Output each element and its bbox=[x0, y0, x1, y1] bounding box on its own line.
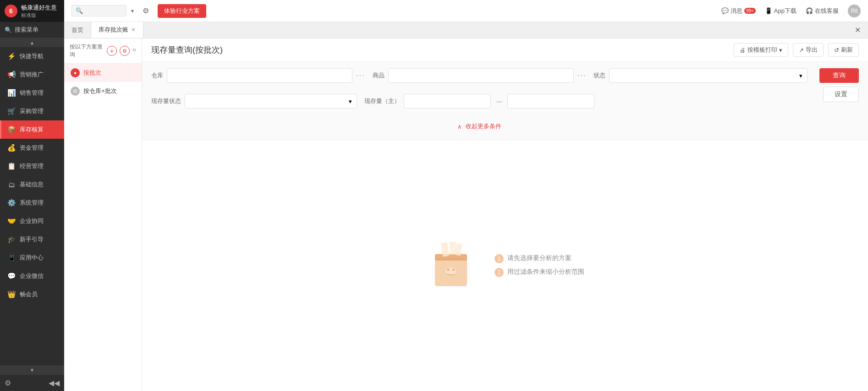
product-input[interactable] bbox=[388, 68, 574, 83]
sidebar-item-system[interactable]: ⚙️ 系统管理 bbox=[0, 194, 64, 212]
export-icon: ↗ bbox=[799, 47, 804, 54]
chevron-up-icon: ▲ bbox=[30, 40, 34, 45]
sidebar-item-finance[interactable]: 💰 资金管理 bbox=[0, 139, 64, 157]
sidebar-item-marketing[interactable]: 📢 营销推广 bbox=[0, 65, 64, 84]
empty-svg bbox=[426, 238, 481, 293]
empty-text: 1 请先选择要分析的方案 2 用过滤条件来缩小分析范围 bbox=[494, 254, 584, 277]
svg-rect-1 bbox=[435, 254, 467, 261]
sidebar-item-inventory[interactable]: 📦 库存核算 bbox=[0, 120, 64, 139]
trial-btn[interactable]: 体验行业方案 bbox=[158, 4, 206, 18]
chevron-down-icon: ▼ bbox=[30, 368, 34, 373]
stock-qty-from-input[interactable] bbox=[404, 94, 491, 109]
member-icon: 👑 bbox=[7, 290, 16, 299]
sidebar-item-label: 新手引导 bbox=[20, 235, 44, 244]
page-title-actions: 🖨 按模板打印 ▾ ↗ 导出 ↺ 刷新 bbox=[734, 43, 859, 57]
avatar: Rit bbox=[848, 5, 861, 17]
sidebar-item-label: 营销推广 bbox=[20, 71, 44, 79]
sidebar-item-label: 应用中心 bbox=[20, 254, 44, 262]
settings-footer-icon[interactable]: ⚙ bbox=[5, 379, 11, 387]
stock-status-label: 现存量状态 bbox=[151, 97, 181, 105]
sidebar-header: 6 畅康通好生意 标准版 bbox=[0, 0, 64, 22]
scheme-label-by-batch: 按批次 bbox=[83, 69, 101, 77]
topbar-search-input[interactable] bbox=[85, 8, 121, 14]
topbar-search-box[interactable]: 🔍 bbox=[71, 5, 126, 16]
sidebar-item-operations[interactable]: 📋 经营管理 bbox=[0, 157, 64, 175]
user-avatar-btn[interactable]: Rit bbox=[848, 5, 861, 17]
filter-settings-btn[interactable]: 设置 bbox=[823, 87, 859, 102]
message-label: 消息 bbox=[731, 7, 742, 15]
topbar-gear-btn[interactable]: ⚙ bbox=[138, 4, 153, 18]
tab-close-btn[interactable]: ✕ bbox=[131, 27, 136, 33]
settings-icon: ⚙ bbox=[122, 48, 127, 54]
tab-home[interactable]: 首页 bbox=[64, 22, 91, 38]
app-logo: 6 bbox=[5, 5, 17, 17]
left-panel-actions: + ⚙ « bbox=[107, 46, 136, 56]
sidebar-item-label: 快捷导航 bbox=[20, 52, 44, 60]
message-action[interactable]: 💬 消息 99+ bbox=[721, 7, 756, 15]
hint1-num: 1 bbox=[494, 254, 504, 263]
stock-qty-to-input[interactable] bbox=[507, 94, 594, 109]
collapse-conditions-btn[interactable]: ∧ 收起更多条件 bbox=[151, 119, 808, 133]
hint1-text: 请先选择要分析的方案 bbox=[507, 254, 571, 262]
product-more-btn[interactable]: ··· bbox=[577, 71, 586, 80]
sales-icon: 📊 bbox=[7, 88, 16, 98]
filter-group-stock-qty: 现存量（主） — bbox=[364, 94, 594, 109]
refresh-btn[interactable]: ↺ 刷新 bbox=[828, 43, 859, 57]
tab-inventory-batch[interactable]: 库存批次账 ✕ bbox=[91, 22, 143, 38]
gear-small-icon: ⚙ bbox=[73, 88, 77, 94]
warehouse-label: 仓库 bbox=[151, 71, 163, 80]
scheme-item-by-batch[interactable]: ● 按批次 bbox=[64, 64, 142, 82]
search-menu-item[interactable]: 🔍 搜索菜单 bbox=[0, 22, 64, 38]
status-select[interactable]: ▾ bbox=[609, 68, 808, 83]
sidebar-item-wechat[interactable]: 💬 企业微信 bbox=[0, 267, 64, 285]
scheme-item-by-warehouse-batch[interactable]: ⚙ 按仓库+批次 bbox=[64, 82, 142, 100]
app-download-action[interactable]: 📱 App下载 bbox=[765, 7, 797, 15]
edition-label: 标准版 bbox=[21, 12, 57, 19]
filter-area: 仓库 ··· 商品 ··· 状态 bbox=[142, 62, 868, 140]
stock-qty-separator: — bbox=[494, 98, 504, 105]
tab-close-right-btn[interactable]: ✕ bbox=[847, 26, 868, 34]
add-scheme-btn[interactable]: + bbox=[107, 46, 117, 56]
online-service-action[interactable]: 🎧 在线客服 bbox=[806, 7, 839, 15]
phone-icon: 📱 bbox=[765, 7, 772, 14]
filter-group-status: 状态 ▾ bbox=[593, 68, 808, 83]
topbar: 🔍 ▾ ⚙ 体验行业方案 💬 消息 99+ 📱 App下载 🎧 在线客服 bbox=[64, 0, 868, 22]
left-panel-header: 按以下方案查询 + ⚙ « bbox=[64, 38, 142, 64]
collapse-left-panel-btn[interactable]: « bbox=[132, 46, 136, 56]
query-btn[interactable]: 查询 bbox=[819, 68, 859, 83]
page-titlebar: 现存量查询(按批次) 🖨 按模板打印 ▾ ↗ 导出 ↺ 刷新 bbox=[142, 38, 868, 62]
scroll-up-btn[interactable]: ▲ bbox=[0, 38, 64, 47]
sidebar-item-member[interactable]: 👑 畅会员 bbox=[0, 285, 64, 304]
sidebar-item-sales[interactable]: 📊 销售管理 bbox=[0, 84, 64, 102]
scroll-down-btn[interactable]: ▼ bbox=[0, 365, 64, 375]
purchase-icon: 🛒 bbox=[7, 107, 16, 116]
sidebar-item-apps[interactable]: 📱 应用中心 bbox=[0, 249, 64, 267]
sidebar-item-quick-nav[interactable]: ⚡ 快捷导航 bbox=[0, 47, 64, 65]
tab-home-label: 首页 bbox=[71, 26, 83, 34]
online-service-label: 在线客服 bbox=[815, 7, 839, 15]
sidebar-item-enterprise[interactable]: 🤝 企业协同 bbox=[0, 212, 64, 230]
sidebar-item-basic[interactable]: 🗂 基础信息 bbox=[0, 175, 64, 194]
empty-illustration bbox=[426, 238, 481, 293]
wechat-icon: 💬 bbox=[7, 272, 16, 281]
tab-inventory-batch-label: 库存批次账 bbox=[99, 26, 128, 34]
app-title: 畅康通好生意 标准版 bbox=[21, 4, 57, 19]
topbar-dropdown-btn[interactable]: ▾ bbox=[131, 8, 134, 14]
export-btn[interactable]: ↗ 导出 bbox=[793, 43, 824, 57]
sidebar-item-newbie[interactable]: 🎓 新手引导 bbox=[0, 230, 64, 249]
warehouse-more-btn[interactable]: ··· bbox=[356, 71, 365, 80]
sidebar-item-purchase[interactable]: 🛒 采购管理 bbox=[0, 102, 64, 120]
scheme-settings-btn[interactable]: ⚙ bbox=[120, 46, 130, 56]
search-icon: 🔍 bbox=[5, 27, 12, 33]
print-btn-label: 按模板打印 bbox=[747, 46, 777, 54]
marketing-icon: 📢 bbox=[7, 70, 16, 79]
svg-point-2 bbox=[445, 267, 456, 275]
warehouse-input[interactable] bbox=[167, 68, 352, 83]
print-btn[interactable]: 🖨 按模板打印 ▾ bbox=[734, 43, 788, 57]
avatar-text: Rit bbox=[851, 8, 858, 14]
collapse-sidebar-icon[interactable]: ◀◀ bbox=[49, 379, 60, 387]
stock-status-select[interactable]: ▾ bbox=[185, 94, 357, 109]
scheme-query-label: 按以下方案查询 bbox=[70, 43, 107, 59]
print-dropdown-icon: ▾ bbox=[779, 47, 782, 54]
sidebar-footer: ⚙ ◀◀ bbox=[0, 375, 64, 391]
